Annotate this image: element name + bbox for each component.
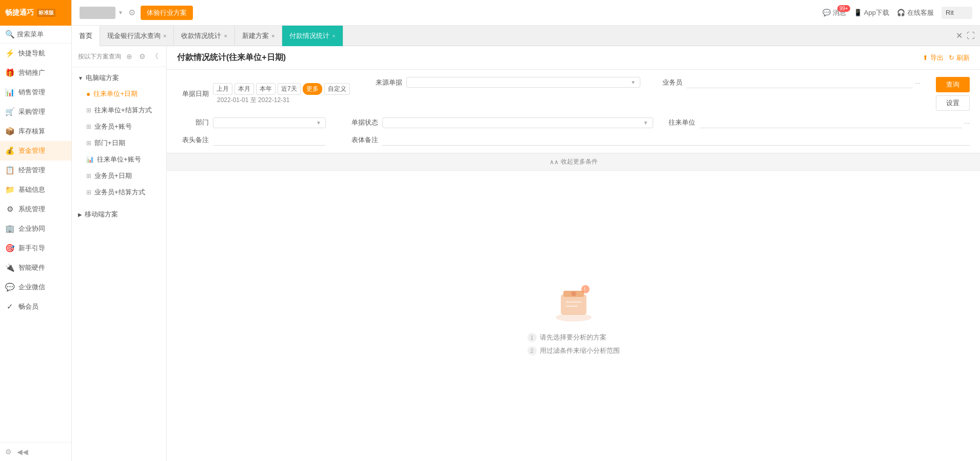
empty-tip-1-text: 请先选择要分析的方案 [540,333,606,342]
sidebar-item-basic[interactable]: 📁 基础信息 [0,180,71,199]
nav-icon: ⚡ [5,49,14,58]
sidebar-enterprise-label: 企业协同 [18,224,45,233]
empty-tips: 1 请先选择要分析的方案 2 用过滤条件来缩小分析范围 [527,333,620,355]
tab-receipt[interactable]: 收款情况统计 × [174,26,234,46]
content-area: 按以下方案查询 ⊕ ⚙ 《 ▼ 电脑端方案 ● 往来单位+日期 ⊞ [72,46,980,461]
status-select[interactable]: ▼ [382,117,653,128]
empty-illustration: ! [548,276,599,328]
trial-button[interactable]: 体验行业方案 [141,6,193,20]
collapse-sidebar-icon[interactable]: ◀◀ [17,448,28,456]
sidebar-sales-label: 销售管理 [18,88,45,97]
scheme-item-staff-account[interactable]: ⊞ 业务员+账号 [72,118,166,135]
topbar-user[interactable]: ▼ [80,7,123,19]
sidebar-item-hardware[interactable]: 🔌 智能硬件 [0,258,71,277]
scheme-item-unit-date[interactable]: ● 往来单位+日期 [72,86,166,102]
tab-payment[interactable]: 付款情况统计 × [282,26,343,46]
sidebar-item-vip[interactable]: ✓ 畅会员 [0,297,71,316]
mobile-expand-icon: ▶ [78,212,82,217]
setting-button[interactable]: 设置 [936,95,970,111]
date-buttons: 上月 本月 本年 近7天 更多 自定义 [213,83,350,95]
tab-fullscreen-icon[interactable]: ⛶ [967,31,975,41]
online-service-button[interactable]: 🎧 在线客服 [897,8,934,17]
query-button[interactable]: 查询 [936,77,970,92]
tab-new-scheme-close[interactable]: × [271,33,275,39]
sidebar-item-weichat[interactable]: 💬 企业微信 [0,277,71,297]
guide-icon: 🎯 [5,244,14,253]
desktop-expand-icon: ▼ [78,75,83,81]
desktop-section-title[interactable]: ▼ 电脑端方案 [72,70,166,86]
header-remark-input[interactable] [213,134,326,146]
sidebar-item-search[interactable]: 🔍 搜索菜单 [0,26,71,44]
empty-tip-2-text: 用过滤条件来缩小分析范围 [540,346,620,355]
staff-input[interactable] [687,77,913,88]
body-remark-label: 表体备注 [346,135,382,145]
tab-home[interactable]: 首页 [72,26,100,46]
last-7days-btn[interactable]: 近7天 [278,83,301,95]
user-avatar [80,7,115,19]
sidebar-item-system[interactable]: ⚙ 系统管理 [0,199,71,219]
scheme-item-unit-account[interactable]: 📊 往来单位+账号 [72,151,166,168]
scheme-item-staff-date[interactable]: ⊞ 业务员+日期 [72,168,166,184]
this-month-btn[interactable]: 本月 [234,83,254,95]
source-select[interactable]: ▼ [406,77,640,88]
scheme-grid-icon-5: ⊞ [86,189,91,196]
tab-bar: 首页 现金银行流水查询 × 收款情况统计 × 新建方案 × 付款情况统计 × ✕… [72,26,980,46]
left-panel-actions: ⊕ ⚙ 《 [124,51,160,62]
sidebar-hardware-label: 智能硬件 [18,263,45,272]
this-year-btn[interactable]: 本年 [256,83,276,95]
tab-new-scheme[interactable]: 新建方案 × [235,26,282,46]
collapse-label: 收起更多条件 [561,157,598,166]
collapse-conditions-button[interactable]: ∧∧ 收起更多条件 [550,157,598,166]
scheme-item-unit-settle[interactable]: ⊞ 往来单位+结算方式 [72,102,166,118]
sidebar-item-inventory[interactable]: 📦 库存核算 [0,122,71,141]
empty-tip-1: 1 请先选择要分析的方案 [527,333,620,342]
sidebar-item-purchase[interactable]: 🛒 采购管理 [0,102,71,122]
unit-label: 往来单位 [663,118,699,127]
tab-bank-close[interactable]: × [163,33,166,39]
settings-bottom-icon[interactable]: ⚙ [5,448,12,456]
scheme-settings-icon[interactable]: ⚙ [137,51,147,62]
app-download-button[interactable]: 📱 App下载 [854,8,889,17]
tab-receipt-close[interactable]: × [224,33,227,39]
tab-bank[interactable]: 现金银行流水查询 × [100,26,174,46]
body-remark-input[interactable] [382,134,970,146]
sidebar-vip-label: 畅会员 [18,302,38,311]
sidebar-item-enterprise[interactable]: 🏢 企业协同 [0,219,71,238]
tabs-right-controls: ✕ ⛶ [956,31,980,41]
unit-input[interactable] [699,117,963,128]
scheme-item-dept-date[interactable]: ⊞ 部门+日期 [72,135,166,151]
topbar-gear-icon[interactable]: ⚙ [128,8,135,17]
header-remark-label: 表头备注 [177,135,213,145]
service-icon: 🎧 [897,9,905,16]
sidebar-item-guide[interactable]: 🎯 新手引导 [0,238,71,258]
add-scheme-icon[interactable]: ⊕ [124,51,134,62]
tab-close-all-icon[interactable]: ✕ [956,31,963,41]
refresh-icon: ↻ [949,54,954,62]
more-date-btn[interactable]: 更多 [303,83,322,95]
weichat-icon: 💬 [5,283,14,292]
svg-point-6 [581,285,590,293]
collapse-panel-icon[interactable]: 《 [150,51,160,62]
scheme-chart-icon: 📊 [86,156,94,163]
marketing-icon: 🎁 [5,68,14,77]
sidebar-item-capital[interactable]: 💰 资金管理 [0,141,71,161]
export-button[interactable]: ⬆ 导出 [923,53,944,63]
date-range-display: 2022-01-01 至 2022-12-31 [217,96,350,105]
sidebar-guide-label: 新手引导 [18,244,45,253]
notifications-button[interactable]: 💬 消息 99+ [822,8,846,17]
refresh-button[interactable]: ↻ 刷新 [949,53,970,63]
topbar-user-display[interactable]: Rit [942,7,972,19]
sidebar-item-marketing[interactable]: 🎁 营销推广 [0,63,71,83]
sidebar-item-nav[interactable]: ⚡ 快捷导航 [0,44,71,63]
scheme-item-staff-settle[interactable]: ⊞ 业务员+结算方式 [72,184,166,201]
last-month-btn[interactable]: 上月 [213,83,232,95]
scheme-grid-icon-3: ⊞ [86,139,91,147]
custom-date-btn[interactable]: 自定义 [324,83,350,95]
sidebar-item-operation[interactable]: 📋 经营管理 [0,161,71,180]
dept-select[interactable]: ▼ [213,117,326,128]
sidebar-item-sales[interactable]: 📊 销售管理 [0,83,71,102]
operation-icon: 📋 [5,166,14,175]
mobile-section-title[interactable]: ▶ 移动端方案 [72,207,166,222]
filter-row-3: 表头备注 表体备注 [177,134,970,146]
tab-payment-close[interactable]: × [332,33,335,39]
